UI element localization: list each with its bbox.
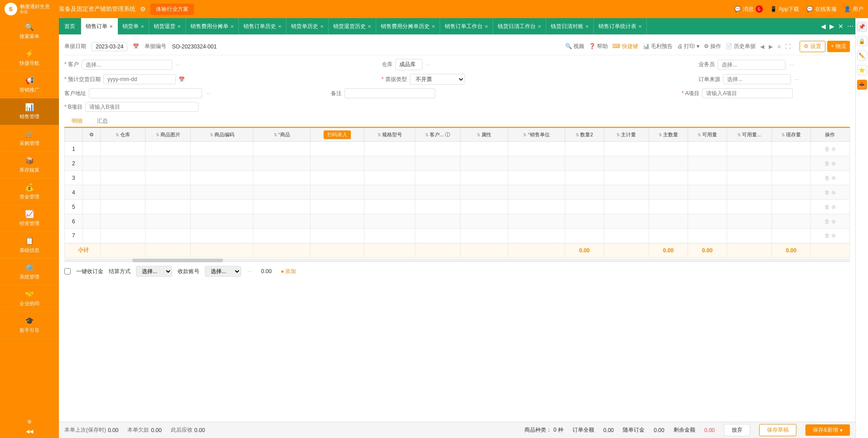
row-spec[interactable] — [364, 214, 415, 229]
row-main-qty[interactable] — [649, 142, 688, 156]
row-spec[interactable] — [364, 185, 415, 200]
tab-cash-workbench[interactable]: 钱货日清工作台 ✕ — [493, 18, 546, 34]
col-avail[interactable]: ⇅可用量 — [688, 128, 727, 142]
col-qty2[interactable]: ⇅数量2 — [565, 128, 604, 142]
row-copy-icon[interactable]: ⊕ — [831, 218, 836, 225]
tab-home[interactable]: 首页 — [59, 18, 81, 34]
warehouse-dots[interactable]: ··· — [426, 62, 431, 68]
logistics-btn[interactable]: + 物流 — [827, 41, 850, 52]
tab-close-icon[interactable]: ✕ — [432, 24, 435, 29]
row-code[interactable] — [190, 229, 253, 243]
col-warehouse[interactable]: ⇅仓库 — [101, 128, 145, 142]
tab-order-workbench[interactable]: 销售订单工作台 ✕ — [440, 18, 493, 34]
right-panel-icon-2[interactable]: 🔒 — [857, 36, 867, 46]
settings-icon[interactable]: ⚙ — [140, 5, 146, 13]
row-product[interactable] — [253, 156, 310, 171]
ticket-select[interactable]: 不开票 增值税普通发票 增值税专用发票 — [410, 74, 465, 85]
user-menu[interactable]: 👤 用户 — [844, 5, 863, 13]
tab-close-icon[interactable]: ✕ — [485, 24, 488, 29]
row-code[interactable] — [190, 185, 253, 200]
tab-close-icon[interactable]: ✕ — [109, 24, 113, 29]
right-panel-icon-1[interactable]: 📌 — [857, 22, 867, 32]
customer-addr-input[interactable] — [89, 88, 202, 98]
help-btn[interactable]: ❓ 帮助 — [589, 43, 608, 50]
col-main-unit[interactable]: ⇅主计量 — [604, 128, 649, 142]
tab-close-all-btn[interactable]: ✕ — [836, 23, 845, 30]
date-value[interactable]: 2023-03-24 — [92, 42, 127, 51]
row-code[interactable] — [190, 156, 253, 171]
row-copy-icon[interactable]: ⊕ — [831, 146, 836, 152]
row-main-qty[interactable] — [649, 171, 688, 185]
add-payment-btn[interactable]: ● 添加 — [281, 268, 296, 275]
row-qty2[interactable] — [565, 156, 604, 171]
business-dots[interactable]: ··· — [789, 62, 794, 68]
col-attr[interactable]: ⇅属性 — [460, 128, 508, 142]
calendar-icon[interactable]: 📅 — [133, 43, 139, 49]
sidebar-item-marketing[interactable]: 📢 营销推广 — [0, 72, 59, 98]
sidebar-item-management[interactable]: 📈 经营管理 — [0, 205, 59, 232]
tab-detail[interactable]: 明细 — [64, 116, 90, 128]
row-warehouse[interactable] — [101, 185, 145, 200]
app-download-btn[interactable]: 📱 App下载 — [770, 5, 799, 13]
tab-close-icon[interactable]: ✕ — [368, 24, 371, 29]
row-code[interactable] — [190, 200, 253, 214]
col-code[interactable]: ⇅商品编码 — [190, 128, 253, 142]
view-btn[interactable]: 🔍 视频 — [565, 43, 584, 50]
row-delete-icon[interactable]: 🗑 — [824, 189, 830, 196]
a-project-input[interactable] — [702, 88, 793, 98]
row-qty2[interactable] — [565, 200, 604, 214]
order-source-input[interactable] — [723, 74, 791, 84]
row-delete-icon[interactable]: 🗑 — [824, 204, 830, 210]
history-btn[interactable]: 📄 历史单据 — [726, 43, 756, 50]
tab-return-history[interactable]: 销货退货历史 ✕ — [329, 18, 376, 34]
row-warehouse[interactable] — [101, 156, 145, 171]
sidebar-item-system[interactable]: ⚙️ 系统管理 — [0, 259, 59, 285]
row-product[interactable] — [253, 200, 310, 214]
row-main-qty[interactable] — [649, 214, 688, 229]
row-attr[interactable] — [460, 156, 508, 171]
right-panel-icon-4[interactable]: ⭐ — [857, 65, 867, 75]
row-qty2[interactable] — [565, 142, 604, 156]
row-unit[interactable] — [508, 214, 565, 229]
row-warehouse[interactable] — [101, 214, 145, 229]
sidebar-settings-btn[interactable]: ⚙ — [27, 419, 32, 425]
row-delete-icon[interactable]: 🗑 — [824, 175, 830, 181]
print-btn[interactable]: 🖨 打印 ▾ — [677, 43, 699, 50]
sidebar-item-sales[interactable]: 📊 销售管理 — [0, 98, 59, 125]
tab-sales-return[interactable]: 销货退货 ✕ — [149, 18, 186, 34]
row-warehouse[interactable] — [101, 200, 145, 214]
row-qty2[interactable] — [565, 229, 604, 243]
row-copy-icon[interactable]: ⊕ — [831, 160, 836, 167]
tab-sales-stats[interactable]: 销售订单统计表 ✕ — [594, 18, 647, 34]
customer-dots[interactable]: ··· — [176, 62, 180, 68]
row-copy-icon[interactable]: ⊕ — [831, 204, 836, 210]
col-stock[interactable]: ⇅现存量 — [772, 128, 811, 142]
tab-close-icon[interactable]: ✕ — [141, 24, 144, 29]
col-product[interactable]: ⇅*商品 — [253, 128, 310, 142]
profit-btn[interactable]: 📊 毛利预告 — [643, 43, 673, 50]
row-main-qty[interactable] — [649, 200, 688, 214]
save-new-arrow-icon[interactable]: ▾ — [840, 427, 843, 433]
col-settings[interactable]: ⚙ — [82, 128, 101, 142]
list-view-btn[interactable]: ≡ — [777, 43, 781, 50]
settings-form-btn[interactable]: ⚙ 设置 — [800, 41, 825, 52]
one-key-checkbox[interactable] — [64, 268, 71, 274]
sidebar-item-inventory[interactable]: 📦 库存核算 — [0, 152, 59, 178]
account-select[interactable]: 选择... — [205, 266, 241, 277]
row-spec[interactable] — [364, 171, 415, 185]
row-code[interactable] — [190, 171, 253, 185]
sidebar-item-basic[interactable]: 📋 基础信息 — [0, 232, 59, 259]
row-copy-icon[interactable]: ⊕ — [831, 175, 836, 181]
sidebar-item-collab[interactable]: 🤝 企业协同 — [0, 285, 59, 312]
row-unit[interactable] — [508, 171, 565, 185]
row-spec[interactable] — [364, 156, 415, 171]
delivery-calendar-icon[interactable]: 📅 — [179, 77, 185, 82]
scan-btn[interactable]: 扫码录入 — [324, 130, 351, 139]
tab-expense-history[interactable]: 销售费用分摊单历史 ✕ — [376, 18, 440, 34]
col-scan[interactable]: 扫码录入 — [310, 128, 364, 142]
row-product[interactable] — [253, 229, 310, 243]
save-draft-btn[interactable]: 保存草稿 — [759, 424, 796, 436]
sidebar-collapse-btn[interactable]: ◀◀ — [26, 428, 33, 434]
row-attr[interactable] — [460, 171, 508, 185]
save-new-btn[interactable]: 保存&新增 ▾ — [805, 424, 850, 436]
